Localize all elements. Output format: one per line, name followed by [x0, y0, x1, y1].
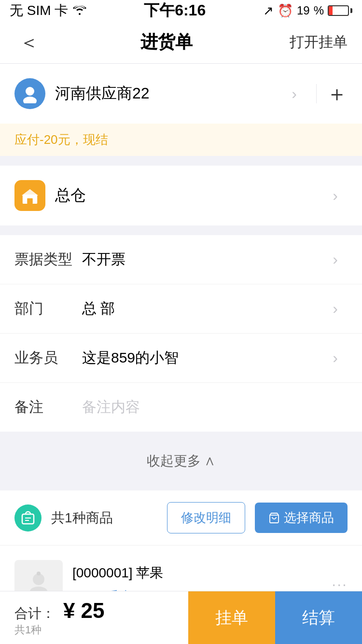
- total-label: 合计：: [14, 606, 55, 621]
- supplier-section: 河南供应商22 › ＋: [0, 64, 362, 124]
- invoice-label: 票据类型: [14, 250, 82, 269]
- status-bar: 无 SIM 卡 下午6:16 ↗ ⏰ 19%: [0, 0, 362, 21]
- staff-row[interactable]: 业务员 这是859的小智 ›: [0, 334, 362, 383]
- hang-button[interactable]: 挂单: [188, 591, 275, 644]
- note-input[interactable]: 备注内容: [82, 397, 348, 417]
- product-name: [0000001] 苹果: [72, 564, 322, 582]
- supplier-row[interactable]: 河南供应商22 › ＋: [0, 64, 362, 124]
- note-row[interactable]: 备注 备注内容: [0, 383, 362, 432]
- edit-detail-button[interactable]: 修改明细: [167, 502, 245, 533]
- settle-label: 结算: [302, 607, 335, 629]
- staff-chevron-icon: ›: [333, 349, 338, 367]
- back-button[interactable]: ＜: [14, 24, 43, 60]
- select-product-button[interactable]: 选择商品: [255, 503, 348, 533]
- product-icon: [14, 504, 42, 532]
- total-sub: 共1种: [14, 623, 174, 637]
- form-section: 票据类型 不开票 › 部门 总 部 › 业务员 这是859的小智 › 备注 备注…: [0, 235, 362, 432]
- svg-point-11: [37, 572, 41, 575]
- svg-rect-5: [22, 514, 34, 524]
- svg-rect-4: [27, 198, 32, 204]
- divider: [316, 84, 317, 103]
- svg-point-0: [26, 87, 34, 96]
- page-title: 进货单: [140, 30, 193, 54]
- staff-value: 这是859的小智: [82, 348, 333, 368]
- product-header: 共1种商品 修改明细 选择商品: [0, 490, 362, 546]
- hang-label: 挂单: [215, 607, 248, 629]
- invoice-value: 不开票: [82, 250, 333, 269]
- status-left: 无 SIM 卡: [10, 1, 86, 20]
- svg-marker-3: [22, 189, 38, 196]
- select-product-label: 选择商品: [284, 509, 334, 526]
- supplier-chevron-icon: ›: [292, 85, 297, 103]
- dept-chevron-icon: ›: [333, 300, 338, 318]
- open-hang-button[interactable]: 打开挂单: [290, 32, 348, 52]
- collapse-button[interactable]: 收起更多 ∧: [0, 441, 362, 481]
- battery-indicator: [328, 5, 352, 16]
- note-label: 备注: [14, 397, 82, 417]
- supplier-avatar: [14, 78, 45, 109]
- warehouse-name: 总仓: [55, 185, 333, 206]
- invoice-chevron-icon: ›: [333, 251, 338, 268]
- nav-bar: ＜ 进货单 打开挂单: [0, 21, 362, 64]
- staff-label: 业务员: [14, 348, 82, 368]
- product-count: 共1种商品: [51, 509, 157, 527]
- more-options-button[interactable]: ···: [332, 575, 348, 593]
- add-supplier-button[interactable]: ＋: [326, 80, 348, 108]
- total-amount: ¥ 25: [63, 599, 105, 622]
- dept-value: 总 部: [82, 299, 333, 319]
- alarm-icon: ⏰: [278, 3, 293, 18]
- product-code: [0000001] 苹果: [72, 565, 163, 580]
- total-section: 合计： ¥ 25 共1种: [0, 599, 188, 637]
- dept-row[interactable]: 部门 总 部 ›: [0, 284, 362, 334]
- notice-text: 应付-20元，现结: [14, 132, 108, 147]
- location-icon: ↗: [263, 3, 274, 18]
- supplier-name: 河南供应商22: [55, 83, 292, 104]
- carrier-text: 无 SIM 卡: [10, 1, 68, 20]
- dept-label: 部门: [14, 299, 82, 319]
- wifi-icon: [73, 3, 86, 18]
- collapse-label: 收起更多 ∧: [147, 452, 216, 470]
- notice-bar: 应付-20元，现结: [0, 124, 362, 156]
- battery-pct: 19: [297, 4, 310, 17]
- settle-button[interactable]: 结算: [275, 591, 362, 644]
- invoice-row[interactable]: 票据类型 不开票 ›: [0, 235, 362, 284]
- cart-icon: [268, 512, 280, 524]
- svg-point-1: [23, 97, 37, 103]
- status-right: ↗ ⏰ 19%: [263, 3, 352, 18]
- status-time: 下午6:16: [144, 0, 206, 21]
- warehouse-icon: [14, 180, 45, 211]
- bottom-bar: 合计： ¥ 25 共1种 挂单 结算: [0, 591, 362, 644]
- warehouse-row[interactable]: 总仓 ›: [0, 166, 362, 225]
- warehouse-chevron-icon: ›: [333, 187, 338, 205]
